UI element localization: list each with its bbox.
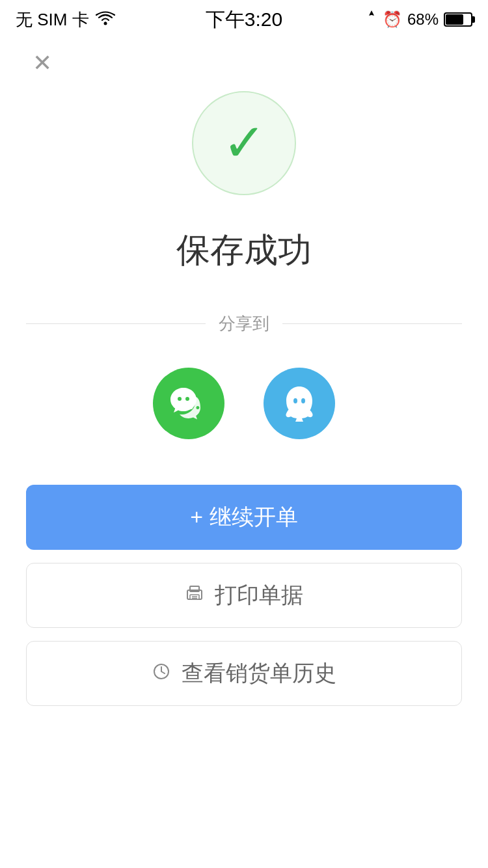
view-history-button[interactable]: 查看销货单历史 (26, 641, 462, 706)
print-receipt-button[interactable]: 打印单据 (26, 563, 462, 628)
share-label: 分享到 (219, 312, 269, 335)
wechat-share-button[interactable] (153, 368, 224, 439)
no-sim-text: 无 SIM 卡 (16, 8, 89, 31)
print-label: 打印单据 (215, 580, 303, 610)
battery-text: 68% (407, 10, 439, 29)
svg-point-1 (293, 398, 297, 403)
wechat-icon (168, 383, 210, 424)
status-left: 无 SIM 卡 (16, 8, 115, 31)
history-label: 查看销货单历史 (182, 658, 336, 688)
status-time: 下午3:20 (206, 7, 282, 33)
divider-left (26, 323, 206, 324)
share-divider: 分享到 (0, 312, 488, 335)
checkmark-icon: ✓ (223, 117, 266, 169)
close-button[interactable]: ✕ (26, 47, 59, 79)
location-icon (366, 10, 377, 29)
qq-share-button[interactable] (264, 368, 335, 439)
divider-right (282, 323, 462, 324)
success-circle: ✓ (192, 91, 296, 195)
wifi-icon (96, 10, 115, 30)
success-title: 保存成功 (176, 228, 312, 273)
battery-icon (444, 12, 472, 27)
action-buttons: + 继续开单 打印单据 查看销货单历史 (0, 485, 488, 706)
status-bar: 无 SIM 卡 下午3:20 ⏰ 68% (0, 0, 488, 39)
status-right: ⏰ 68% (366, 10, 472, 29)
svg-point-0 (103, 21, 107, 25)
continue-order-button[interactable]: + 继续开单 (26, 485, 462, 550)
close-icon: ✕ (33, 49, 52, 77)
main-content: ✓ 保存成功 分享到 + 继续开单 (0, 39, 488, 706)
history-icon (152, 661, 171, 686)
qq-icon (280, 384, 319, 423)
svg-point-2 (301, 398, 305, 403)
print-icon (185, 583, 204, 608)
alarm-icon: ⏰ (383, 10, 402, 29)
share-icons (153, 368, 335, 439)
